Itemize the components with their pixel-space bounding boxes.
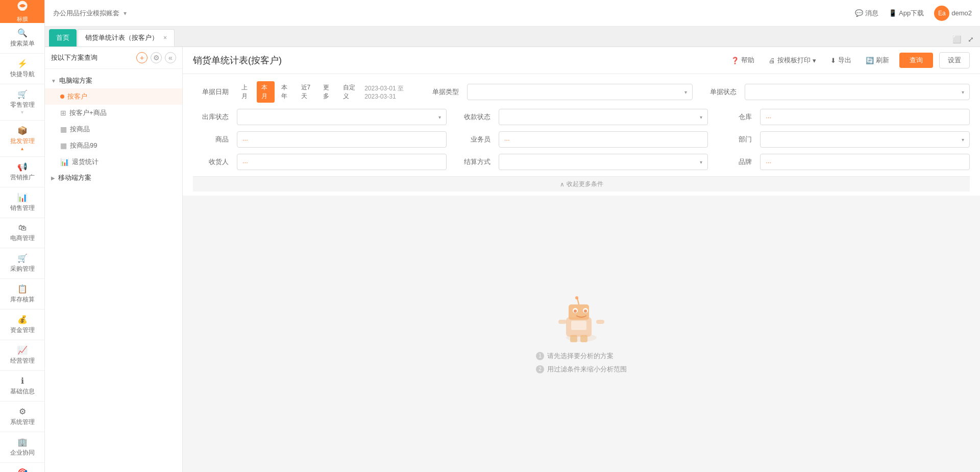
svg-rect-11: [570, 335, 577, 342]
tab-minimize-btn[interactable]: ⬜: [951, 34, 962, 44]
collapse-arrow-icon: ∧: [560, 181, 565, 188]
user-info[interactable]: Ea demo2: [934, 6, 972, 21]
tree-item-by-customer[interactable]: 按客户: [45, 88, 182, 105]
date-btn-current-year[interactable]: 本年: [277, 81, 295, 103]
dept-select[interactable]: ▾: [760, 131, 970, 148]
sales-icon: 📊: [17, 193, 28, 202]
sidebar-item-shortcut[interactable]: ⚡ 快捷导航: [0, 54, 44, 84]
product-input[interactable]: ···: [237, 131, 447, 148]
tab-fullscreen-btn[interactable]: ⤢: [966, 34, 976, 44]
filter-row-1: 单据日期 上月 本月 本年 近7天 更多 自定义 2023-03-01 至 20…: [193, 81, 970, 103]
sidebar-item-retail[interactable]: 🛒 零售管理 ▾: [0, 84, 44, 121]
username: demo2: [951, 9, 972, 17]
sidebar-item-finance[interactable]: 💰 资金管理: [0, 310, 44, 340]
sidebar-item-newbie[interactable]: 🎯 新手引导: [0, 463, 44, 472]
help-btn[interactable]: ❓ 帮助: [727, 54, 758, 67]
filter-row-4: 收货人 ··· 结算方式 ▾ 品牌 ···: [193, 154, 970, 170]
refresh-icon: 🔄: [866, 57, 874, 64]
receipt-status-select[interactable]: ▾: [499, 109, 708, 125]
refresh-label: 刷新: [876, 56, 889, 65]
brand-label: 品牌: [716, 157, 752, 167]
receiver-input[interactable]: ···: [237, 154, 447, 170]
collapse-panel-btn[interactable]: «: [165, 52, 176, 63]
settings-button[interactable]: 设置: [939, 52, 970, 68]
active-dot-icon: [60, 95, 64, 99]
sidebar-item-label: 销售管理: [10, 204, 35, 213]
date-btn-current-month[interactable]: 本月: [257, 81, 275, 103]
tree-item-by-product[interactable]: ▦ 按商品: [45, 121, 182, 137]
tree-desktop-parent[interactable]: ▼ 电脑端方案: [45, 73, 182, 88]
product-dots: ···: [242, 136, 248, 144]
date-btn-custom[interactable]: 自定义: [338, 81, 360, 103]
sidebar-item-operation[interactable]: 📈 经营管理: [0, 340, 44, 371]
print-btn[interactable]: 🖨 按模板打印 ▾: [765, 54, 820, 67]
logo-text: 标膜: [17, 15, 28, 23]
search-icon: 🔍: [17, 28, 28, 38]
sidebar-item-label: 经营管理: [10, 357, 35, 365]
settings-scheme-btn[interactable]: ⚙: [151, 52, 162, 63]
tab-close-icon[interactable]: ×: [163, 34, 167, 41]
app-logo[interactable]: 标膜: [0, 0, 44, 23]
tree-expand-arrow: ▼: [51, 78, 56, 84]
date-picker-group: 上月 本月 本年 近7天 更多 自定义 2023-03-01 至 2023-03…: [237, 81, 415, 103]
sidebar-item-label: 系统管理: [10, 418, 35, 427]
tree-mobile-arrow: ▶: [51, 175, 55, 181]
doc-type-select[interactable]: ▾: [467, 84, 692, 100]
tree-mobile-parent[interactable]: ▶ 移动端方案: [45, 170, 182, 185]
ecommerce-icon: 🛍: [18, 223, 27, 232]
sidebar-item-label: 库存核算: [10, 295, 35, 304]
doc-status-arrow: ▾: [962, 89, 964, 95]
date-btn-last-month[interactable]: 上月: [237, 81, 255, 103]
sidebar-item-enterprise[interactable]: 🏢 企业协同: [0, 432, 44, 463]
sidebar-item-sales[interactable]: 📊 销售管理: [0, 187, 44, 218]
help-icon: ❓: [731, 57, 739, 64]
date-btn-last7days[interactable]: 近7天: [297, 81, 317, 103]
payment-select[interactable]: ▾: [499, 154, 708, 170]
brand-input[interactable]: ···: [760, 154, 970, 170]
sidebar: 标膜 🔍 搜索菜单 ⚡ 快捷导航 🛒 零售管理 ▾ 📦 批发管理 ▴ 📢 营销推…: [0, 0, 45, 472]
doc-type-label: 单据类型: [423, 87, 459, 97]
message-btn[interactable]: 💬 消息: [855, 9, 878, 18]
tab-sales-stats[interactable]: 销货单统计表（按客户） ×: [78, 29, 175, 46]
sidebar-item-search[interactable]: 🔍 搜索菜单: [0, 23, 44, 54]
sidebar-item-purchase[interactable]: 🛒 采购管理: [0, 248, 44, 279]
left-panel-title: 按以下方案查询: [51, 53, 132, 62]
table-icon: ▦: [60, 125, 67, 133]
sidebar-item-inventory[interactable]: 📋 库存核算: [0, 279, 44, 310]
product-label: 商品: [193, 135, 229, 144]
page-actions: ❓ 帮助 🖨 按模板打印 ▾ ⬇ 导出 🔄 刷新: [727, 52, 970, 68]
add-scheme-btn[interactable]: +: [136, 52, 148, 63]
sidebar-item-system[interactable]: ⚙ 系统管理: [0, 402, 44, 432]
out-status-select[interactable]: ▾: [237, 109, 447, 125]
tree-item-by-product99[interactable]: ▦ 按商品99: [45, 137, 182, 154]
refresh-btn[interactable]: 🔄 刷新: [862, 54, 893, 67]
enterprise-icon: 🏢: [17, 437, 28, 447]
doc-status-select[interactable]: ▾: [745, 84, 970, 100]
export-btn[interactable]: ⬇ 导出: [826, 54, 855, 67]
svg-rect-10: [596, 320, 604, 324]
date-btn-more[interactable]: 更多: [318, 81, 336, 103]
wholesale-expand-icon: ▴: [21, 146, 23, 151]
sidebar-item-basic[interactable]: ℹ 基础信息: [0, 371, 44, 402]
tree-item-by-customer-product[interactable]: ⊞ 按客户+商品: [45, 105, 182, 121]
query-button[interactable]: 查询: [899, 53, 933, 68]
svg-rect-13: [571, 321, 586, 330]
tree-item-return-stats[interactable]: 📊 退货统计: [45, 154, 182, 170]
dept-label: 部门: [716, 135, 752, 144]
salesperson-label: 业务员: [455, 135, 491, 144]
suite-dropdown-icon[interactable]: ▾: [124, 10, 127, 17]
salesperson-input[interactable]: ···: [499, 131, 708, 148]
left-panel: 按以下方案查询 + ⚙ « ▼ 电脑端方案 按客户 ⊞ 按客户+: [45, 47, 183, 472]
warehouse-input[interactable]: ···: [760, 109, 970, 125]
sidebar-item-ecommerce[interactable]: 🛍 电商管理: [0, 218, 44, 248]
empty-state: 1 请先选择要分析的方案 2 用过滤条件来缩小分析范围: [183, 196, 980, 472]
sidebar-item-marketing[interactable]: 📢 营销推广: [0, 157, 44, 187]
page-titlebar: 销货单统计表(按客户) ❓ 帮助 🖨 按模板打印 ▾ ⬇ 导出: [183, 47, 980, 74]
empty-tip-1: 1 请先选择要分析的方案: [536, 351, 627, 361]
tab-home[interactable]: 首页: [49, 29, 77, 46]
print-dropdown-icon: ▾: [813, 57, 816, 64]
collapse-more-btn[interactable]: ∧ 收起更多条件: [193, 176, 970, 192]
sidebar-item-wholesale[interactable]: 📦 批发管理 ▴: [0, 121, 44, 157]
svg-rect-1: [20, 9, 25, 11]
app-download-btn[interactable]: 📱 App下载: [889, 9, 924, 18]
